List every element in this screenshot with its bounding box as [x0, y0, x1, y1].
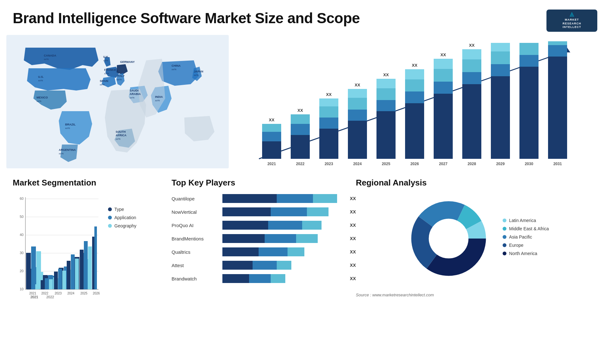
svg-text:2029: 2029 [496, 162, 505, 166]
svg-text:2024: 2024 [353, 162, 362, 166]
player-row-attest: Attest XX [172, 261, 343, 270]
svg-rect-72 [434, 69, 453, 82]
svg-rect-141 [35, 284, 39, 289]
svg-text:ITALY: ITALY [117, 74, 125, 78]
legend-geography: Geography [108, 223, 136, 228]
logo-text: MARKET RESEARCH INTELLECT [563, 18, 581, 29]
svg-text:2024: 2024 [67, 292, 75, 295]
player-bar: XX [222, 194, 343, 203]
svg-text:2021: 2021 [29, 292, 37, 295]
svg-text:U.S.: U.S. [38, 75, 44, 78]
player-name: ProQuo AI [172, 223, 222, 228]
svg-rect-79 [462, 49, 481, 59]
svg-text:2025: 2025 [382, 162, 390, 166]
svg-rect-143 [41, 280, 44, 289]
svg-rect-140 [31, 284, 35, 289]
map-section: CANADA xx% U.S. xx% MEXICO xx% BRAZIL xx… [6, 35, 229, 172]
svg-text:SOUTH: SOUTH [116, 130, 126, 133]
legend-application: Application [108, 215, 136, 220]
svg-rect-73 [434, 59, 453, 69]
player-name: BrandMentions [172, 236, 222, 241]
svg-text:U.K.: U.K. [103, 55, 109, 58]
growth-chart-svg: XX 2021 XX 2022 XX 2023 XX 2024 [235, 41, 597, 168]
player-bar: XX [222, 221, 343, 230]
svg-rect-161 [94, 226, 97, 289]
player-name: Brandwatch [172, 276, 222, 281]
svg-rect-76 [462, 84, 481, 159]
svg-rect-61 [376, 79, 396, 88]
player-row-nowvertical: NowVertical XX [172, 207, 343, 216]
svg-text:xx%: xx% [44, 58, 49, 61]
svg-rect-49 [319, 98, 338, 106]
svg-rect-135 [31, 246, 36, 289]
svg-text:60: 60 [20, 197, 24, 200]
svg-text:xx%: xx% [172, 68, 176, 71]
svg-rect-52 [348, 121, 367, 159]
main-layout: CANADA xx% U.S. xx% MEXICO xx% BRAZIL xx… [0, 35, 610, 172]
svg-rect-88 [519, 67, 539, 159]
page-title: Brand Intelligence Software Market Size … [13, 10, 360, 27]
type-dot [108, 207, 112, 211]
player-bar: XX [222, 261, 343, 270]
svg-rect-41 [291, 135, 310, 159]
svg-text:XX: XX [326, 92, 332, 97]
svg-rect-59 [376, 100, 396, 111]
svg-rect-83 [491, 64, 510, 76]
svg-rect-36 [262, 141, 281, 159]
svg-text:xx%: xx% [194, 74, 199, 77]
player-name: Quantilope [172, 196, 222, 201]
svg-rect-48 [319, 106, 338, 118]
player-row-brandmentions: BrandMentions XX [172, 234, 343, 243]
segmentation-section: Market Segmentation 60 50 40 30 20 10 [6, 178, 165, 356]
svg-rect-136 [36, 251, 41, 289]
svg-text:SPAIN: SPAIN [100, 79, 108, 83]
svg-rect-71 [434, 82, 453, 94]
svg-text:XX: XX [297, 108, 303, 113]
svg-text:40: 40 [20, 233, 24, 237]
svg-text:AFRICA: AFRICA [116, 134, 126, 137]
svg-text:2031: 2031 [553, 162, 562, 166]
svg-text:MEXICO: MEXICO [37, 96, 48, 99]
svg-text:2022: 2022 [41, 292, 49, 295]
svg-text:xx%: xx% [100, 83, 105, 86]
svg-rect-38 [262, 124, 281, 132]
regional-section: Regional Analysis [349, 178, 604, 356]
svg-rect-37 [262, 132, 281, 141]
legend-type: Type [108, 207, 136, 212]
svg-rect-90 [519, 43, 539, 55]
svg-rect-89 [519, 55, 539, 67]
svg-text:2022: 2022 [46, 295, 54, 299]
svg-rect-53 [348, 110, 367, 121]
svg-rect-54 [348, 98, 367, 110]
player-row-quantilope: Quantilope XX [172, 194, 343, 203]
svg-text:2028: 2028 [468, 162, 476, 166]
svg-rect-157 [88, 246, 92, 289]
svg-rect-42 [291, 124, 310, 135]
svg-rect-82 [491, 76, 510, 159]
logo: MARKET RESEARCH INTELLECT [546, 10, 597, 32]
svg-text:2030: 2030 [525, 162, 533, 166]
regional-legend: Latin America Middle East & Africa Asia … [503, 218, 549, 259]
svg-text:SAUDI: SAUDI [130, 89, 139, 92]
svg-text:xx%: xx% [120, 64, 125, 67]
svg-rect-147 [54, 272, 58, 289]
legend-europe: Europe [503, 243, 549, 248]
svg-text:2023: 2023 [325, 162, 333, 166]
svg-rect-47 [319, 118, 338, 129]
donut-area: Latin America Middle East & Africa Asia … [356, 194, 597, 283]
player-bar: XX [222, 247, 343, 256]
svg-rect-70 [434, 94, 453, 159]
player-bar: XX [222, 207, 343, 216]
svg-rect-84 [491, 51, 510, 64]
svg-rect-155 [80, 250, 84, 289]
svg-text:2021: 2021 [30, 295, 38, 299]
svg-text:2026: 2026 [93, 292, 100, 295]
svg-rect-93 [548, 57, 567, 159]
svg-text:xx%: xx% [104, 72, 109, 75]
app-dot [108, 216, 112, 219]
segmentation-chart: 60 50 40 30 20 10 2021 [13, 194, 102, 302]
svg-point-167 [430, 219, 468, 258]
legend-latin-america: Latin America [503, 218, 549, 223]
svg-text:2021: 2021 [268, 162, 276, 166]
geo-dot [108, 224, 112, 228]
